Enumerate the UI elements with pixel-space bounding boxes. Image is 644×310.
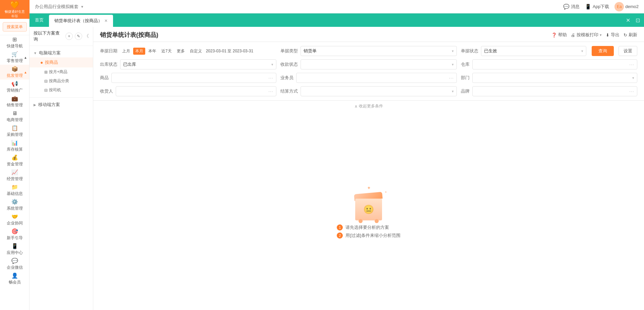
- sidebar-item-retail[interactable]: 🛒 零售管理 ▲: [0, 50, 29, 65]
- tab-close-all-btn[interactable]: ✕: [625, 16, 632, 25]
- print-dropdown-icon[interactable]: ▾: [600, 33, 602, 37]
- warehouse-input[interactable]: ···: [472, 59, 637, 69]
- brand-dots-icon: ···: [629, 89, 634, 94]
- filter-by-product[interactable]: ● 按商品: [30, 57, 93, 67]
- sidebar-item-sales[interactable]: 💼 销售管理: [0, 94, 29, 109]
- sidebar-item-marketing[interactable]: 📢 营销推广: [0, 80, 29, 94]
- export-label: 导出: [611, 32, 620, 38]
- doc-status-input[interactable]: 已生效 ▾: [481, 46, 586, 56]
- wholesale-icon: 📦: [11, 66, 18, 72]
- print-icon: 🖨: [571, 33, 575, 38]
- doc-type-input[interactable]: 销货单 ▾: [301, 46, 457, 56]
- recipient-dots-icon: ···: [268, 89, 273, 94]
- filter-add-btn[interactable]: +: [65, 33, 73, 40]
- by-category-icon: ⊟: [44, 79, 48, 84]
- date-tab-last-month[interactable]: 上月: [120, 48, 132, 55]
- refresh-btn[interactable]: ↻ 刷新: [624, 32, 637, 38]
- print-btn[interactable]: 🖨 按模板打印 ▾: [571, 32, 602, 38]
- brand-input[interactable]: ···: [472, 86, 637, 96]
- tab-home-label: 首页: [35, 17, 44, 23]
- section-mobile-arrow: ▶: [34, 103, 36, 107]
- empty-text-list: 1 请先选择要分析的方案 2 用[过滤]条件来缩小分析范围: [337, 224, 400, 239]
- staff-input[interactable]: ···: [296, 73, 457, 83]
- doc-status-label: 单据状态: [461, 48, 478, 54]
- box-wheel-right: [375, 219, 379, 223]
- help-btn[interactable]: ❓ 帮助: [551, 32, 567, 38]
- search-menu-btn[interactable]: 搜索菜单: [3, 22, 27, 32]
- help-label: 帮助: [558, 32, 567, 38]
- doc-type-label: 单据类型: [280, 48, 298, 54]
- out-status-input[interactable]: 已出库 ▾: [120, 59, 276, 69]
- sidebar-item-operation[interactable]: 📈 经营管理: [0, 168, 29, 183]
- wholesale-expand-icon: ▲: [24, 70, 27, 74]
- product-input[interactable]: ···: [111, 73, 276, 83]
- header-left: 办公用品行业模拟账套 ▾: [35, 4, 83, 10]
- by-cashier-icon: ⊟: [44, 88, 48, 93]
- warehouse-field: 仓库 ···: [461, 59, 637, 69]
- step-1-num: 1: [337, 224, 343, 230]
- export-btn[interactable]: ⬇ 导出: [606, 32, 620, 38]
- filter-section-desktop-header[interactable]: ▼ 电脑端方案: [30, 49, 93, 57]
- sidebar-item-appcenter[interactable]: 📱 应用中心: [0, 242, 29, 257]
- tab-close-icon[interactable]: ✕: [104, 18, 108, 23]
- sidebar-item-member[interactable]: 👤 畅会员: [0, 271, 29, 286]
- dept-input[interactable]: ▾: [472, 73, 637, 83]
- sidebar-item-basic[interactable]: 📁 基础信息: [0, 183, 29, 198]
- date-tab-this-year[interactable]: 本年: [146, 48, 158, 55]
- sidebar-item-enterprise[interactable]: 🤝 企业协同: [0, 212, 29, 227]
- message-btn[interactable]: 💬 消息: [563, 4, 580, 10]
- sidebar-item-wechat[interactable]: 💬 企业微信: [0, 257, 29, 271]
- sidebar-item-purchase[interactable]: 📋 采购管理: [0, 124, 29, 139]
- page-header-actions: ❓ 帮助 🖨 按模板打印 ▾ ⬇ 导出 ↻ 刷新: [551, 32, 637, 38]
- date-tab-this-month[interactable]: 本月: [133, 48, 145, 55]
- brand-label: 品牌: [461, 88, 470, 94]
- collapse-conditions-bar[interactable]: ∧ 收起更多条件: [93, 101, 644, 112]
- filter-panel-actions: + ✎: [65, 33, 82, 40]
- app-download-btn[interactable]: 📱 App下载: [585, 4, 609, 10]
- out-status-value: 已出库: [123, 61, 136, 67]
- filter-edit-btn[interactable]: ✎: [75, 33, 82, 40]
- filter-section-mobile-header[interactable]: ▶ 移动端方案: [30, 100, 93, 109]
- avatar: Ea: [614, 2, 624, 11]
- query-form: 单据日期 上月 本月 本年 近7天 更多 自定义 2023-03-01 至 20…: [93, 42, 644, 101]
- sidebar: 🧡 畅捷通好生意 标版 搜索菜单 ⊞ 快捷导航 🛒 零售管理 ▲ 📦 批发管理 …: [0, 0, 30, 310]
- doc-status-dropdown-icon: ▾: [581, 49, 583, 53]
- tab-home[interactable]: 首页: [30, 13, 49, 27]
- filter-by-cashier[interactable]: ⊟ 按司机: [30, 86, 93, 95]
- sidebar-item-inventory[interactable]: 📊 库存核算: [0, 139, 29, 153]
- tab-report[interactable]: 销货单统计表（按商品） ✕: [49, 15, 113, 27]
- filter-by-month-product[interactable]: ⊞ 按月+商品: [30, 67, 93, 76]
- settings-button[interactable]: 设置: [619, 46, 637, 56]
- payment-input[interactable]: ▾: [301, 86, 457, 96]
- filter-by-category[interactable]: ⊟ 按商品分类: [30, 76, 93, 86]
- receipt-status-dropdown-icon: ▾: [452, 62, 454, 67]
- tab-restore-btn[interactable]: ⊡: [634, 16, 641, 25]
- filter-panel-header: 按以下方案查询 + ✎ 《: [30, 27, 93, 46]
- form-row-3: 商品 ··· 业务员 ··· 部门: [100, 73, 637, 83]
- doc-type-dropdown-icon: ▾: [452, 49, 454, 53]
- sales-icon: 💼: [11, 95, 18, 102]
- industry-dropdown-icon[interactable]: ▾: [81, 4, 83, 9]
- receipt-status-input[interactable]: ▾: [301, 59, 457, 69]
- out-status-label: 出库状态: [100, 61, 117, 67]
- message-icon: 💬: [563, 4, 570, 10]
- filter-collapse-btn[interactable]: 《: [84, 33, 89, 39]
- sidebar-item-wholesale[interactable]: 📦 批发管理 ▲: [0, 65, 29, 80]
- query-button[interactable]: 查询: [592, 46, 614, 56]
- date-tab-custom[interactable]: 自定义: [188, 48, 204, 55]
- date-range-text: 2023-03-01 至 2023-03-31: [206, 48, 253, 54]
- sidebar-item-tutorial[interactable]: 🎯 新手引导: [0, 227, 29, 242]
- product-dots-icon: ···: [268, 75, 273, 81]
- date-tab-7days[interactable]: 近7天: [159, 48, 174, 55]
- recipient-input[interactable]: ···: [116, 86, 276, 96]
- sidebar-item-quick-nav[interactable]: ⊞ 快捷导航: [0, 35, 29, 50]
- app-logo[interactable]: 🧡 畅捷通好生意 标版: [0, 0, 30, 19]
- by-product-icon: ●: [40, 60, 43, 65]
- sidebar-item-system[interactable]: ⚙️ 系统管理: [0, 198, 29, 212]
- sidebar-item-ecommerce[interactable]: 🖥 电商管理: [0, 109, 29, 124]
- user-info[interactable]: Ea demo2: [614, 2, 639, 11]
- date-tab-more[interactable]: 更多: [175, 48, 187, 55]
- brand-field: 品牌 ···: [461, 86, 637, 96]
- sidebar-item-finance[interactable]: 💰 资金管理: [0, 153, 29, 168]
- appcenter-label: 应用中心: [7, 250, 23, 256]
